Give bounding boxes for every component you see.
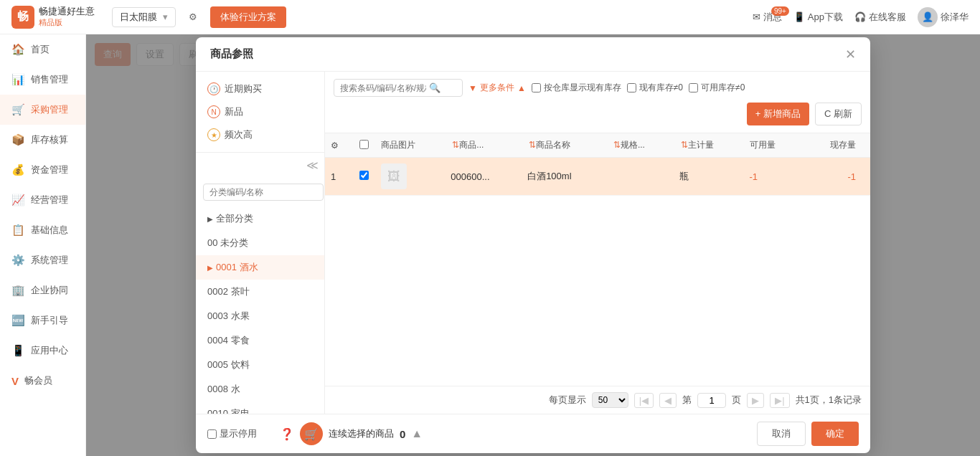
category-00[interactable]: 00 未分类 [196,231,324,255]
cart-icon-button[interactable]: 🛒 [300,422,323,445]
product-search-box: 🔍 [334,79,463,97]
footer-right-buttons: 取消 确定 [757,422,859,446]
first-page-button[interactable]: |◀ [634,393,654,408]
experience-button[interactable]: 体验行业方案 [210,6,286,28]
headset-icon: 🎧 [854,11,866,22]
store-selector[interactable]: 日太阳膜 ▾ [112,7,176,27]
sidebar-item-apps[interactable]: 📱 应用中心 [0,336,85,366]
quick-access: 🕐 近期购买 N 新品 ★ 频次高 [196,72,324,153]
col-img: 商品图片 [375,133,445,158]
user-profile[interactable]: 👤 徐泽华 [918,7,969,27]
add-product-button[interactable]: + 新增商品 [747,103,809,125]
cell-no: 1 [325,158,354,196]
sidebar-item-inventory[interactable]: 📦 库存核算 [0,125,85,155]
quick-item-frequent[interactable]: ★ 频次高 [196,123,324,146]
table-row[interactable]: 1 🖼 000600... 白酒100ml 瓶 [325,158,870,196]
cell-spec [606,158,674,196]
show-disabled-label[interactable]: 显示停用 [207,427,257,440]
sidebar-item-member[interactable]: V 畅会员 [0,366,85,396]
category-0003[interactable]: 0003 水果 [196,304,324,328]
sidebar-item-finance[interactable]: 💰 资金管理 [0,155,85,185]
sidebar: 🏠 首页 📊 销售管理 🛒 采购管理 📦 库存核算 💰 资金管理 📈 经营管理 … [0,34,86,456]
settings-button[interactable]: ⚙ [182,6,204,29]
col-code[interactable]: ⇅商品... [445,133,522,158]
category-0004[interactable]: 0004 零食 [196,328,324,353]
product-table-container: ⚙ 商品图片 ⇅商品... ⇅商品名称 [325,133,870,386]
sidebar-item-business[interactable]: 📈 经营管理 [0,185,85,215]
category-0005[interactable]: 0005 饮料 [196,353,324,377]
warehouse-stock-checkbox-label[interactable]: 按仓库显示现有库存 [532,82,621,94]
modal-header: 商品参照 ✕ [196,37,870,72]
search-icon[interactable]: 🔍 [429,82,440,93]
sort-icon-unit: ⇅ [681,140,688,150]
category-search-area: 🔍 [196,178,324,206]
modal-overlay: 商品参照 ✕ 🕐 近期购买 N 新 [86,34,980,456]
cell-name: 白酒100ml [522,158,606,196]
category-search-input[interactable] [203,184,324,201]
inventory-icon: 📦 [11,133,25,146]
help-icon[interactable]: ❓ [280,427,294,441]
sidebar-item-purchase[interactable]: 🛒 采购管理 [0,95,85,125]
sidebar-item-sales[interactable]: 📊 销售管理 [0,65,85,95]
modal-left-panel: 🕐 近期购买 N 新品 ★ 频次高 [196,72,325,414]
show-disabled-checkbox[interactable] [207,429,217,439]
messages-button[interactable]: ✉ 消息 99+ [753,11,782,24]
col-spec[interactable]: ⇅规格... [606,133,674,158]
sidebar-item-basic[interactable]: 📋 基础信息 [0,215,85,245]
logo-icon: 畅 [11,6,34,29]
sidebar-label-guide: 新手引导 [31,314,68,327]
current-stock-checkbox[interactable] [627,83,636,92]
arrow-right-icon: ▶ [207,215,213,223]
quick-item-recent[interactable]: 🕐 近期购买 [196,77,324,100]
topbar: 畅 畅捷通好生意 精品版 日太阳膜 ▾ ⚙ 体验行业方案 ✉ 消息 99+ 📱 … [0,0,980,34]
modal-close-button[interactable]: ✕ [845,48,856,61]
sidebar-item-home[interactable]: 🏠 首页 [0,34,85,65]
category-0002[interactable]: 0002 茶叶 [196,280,324,304]
sort-icon-name: ⇅ [529,140,536,150]
prev-page-button[interactable]: ◀ [659,393,677,408]
product-search-input[interactable] [340,83,426,93]
warehouse-stock-checkbox[interactable] [532,83,541,92]
next-page-button[interactable]: ▶ [747,393,764,408]
per-page-select[interactable]: 50 10 20 100 [592,392,628,408]
sidebar-item-enterprise[interactable]: 🏢 企业协同 [0,275,85,305]
col-avail: 可用量 [744,133,801,158]
confirm-button[interactable]: 确定 [811,422,859,446]
cancel-button[interactable]: 取消 [757,422,806,446]
modal-footer: 显示停用 ❓ 🛒 连续选择的商品 0 ▲ 取消 确定 [196,414,870,453]
sidebar-item-guide[interactable]: 🆕 新手引导 [0,305,85,336]
collapse-panel-button[interactable]: ≪ [196,153,324,178]
modal-body: 🕐 近期购买 N 新品 ★ 频次高 [196,72,870,414]
category-0010[interactable]: 0010 家电 [196,402,324,414]
filter-button[interactable]: ▼ 更多条件 ▲ [468,82,526,94]
category-0001[interactable]: ▶ 0001 酒水 [196,255,324,280]
cell-stock: -1 [801,158,870,196]
row-checkbox[interactable] [359,171,369,180]
last-page-button[interactable]: ▶| [770,393,789,408]
select-all-checkbox[interactable] [359,140,369,149]
category-0008[interactable]: 0008 水 [196,377,324,402]
col-name[interactable]: ⇅商品名称 [522,133,606,158]
content-area: 查询 设置 刷新 商品参照 ✕ 🕐 [86,34,980,456]
available-stock-checkbox-label[interactable]: 可用库存≠0 [689,82,745,94]
page-number-input[interactable] [697,393,726,408]
main-layout: 🏠 首页 📊 销售管理 🛒 采购管理 📦 库存核算 💰 资金管理 📈 经营管理 … [0,34,980,456]
app-download-button[interactable]: 📱 App下载 [793,11,843,24]
cell-check[interactable] [354,158,375,196]
quick-item-new[interactable]: N 新品 [196,100,324,123]
refresh-button[interactable]: C 刷新 [815,103,862,125]
product-table: ⚙ 商品图片 ⇅商品... ⇅商品名称 [325,133,870,196]
current-stock-checkbox-label[interactable]: 现有库存≠0 [627,82,683,94]
col-settings: ⚙ [325,133,354,158]
category-all[interactable]: ▶ 全部分类 [196,206,324,231]
customer-service-button[interactable]: 🎧 在线客服 [854,11,906,24]
message-badge: 99+ [771,6,789,16]
available-stock-checkbox[interactable] [689,83,698,92]
collapse-footer-icon[interactable]: ▲ [411,427,423,440]
sidebar-item-system[interactable]: ⚙️ 系统管理 [0,245,85,275]
basic-icon: 📋 [11,224,25,237]
col-unit[interactable]: ⇅主计量 [674,133,743,158]
sidebar-label-home: 首页 [31,43,50,56]
home-icon: 🏠 [11,43,25,56]
sidebar-label-system: 系统管理 [31,254,68,267]
